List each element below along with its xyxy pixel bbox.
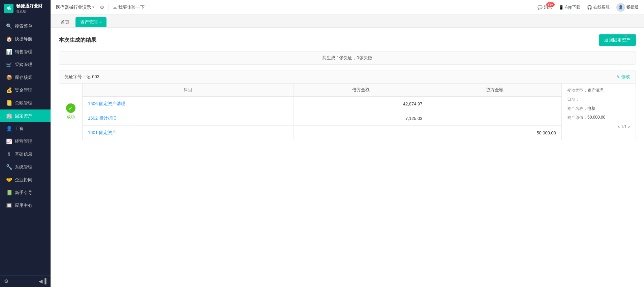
- voucher-card: 凭证字号：记-003 ✎ 修改 ✓ 成功: [59, 70, 636, 140]
- user-menu[interactable]: 👤 畅捷通: [616, 3, 639, 12]
- sidebar-item-fixed-assets[interactable]: 🏢 固定资产: [0, 109, 51, 122]
- app-center-icon: 🔲: [6, 202, 12, 209]
- app-logo: 畅: [4, 4, 13, 13]
- tab-home[interactable]: 首页: [56, 17, 74, 27]
- original-value-value: 50,000.00: [587, 115, 605, 121]
- settings-icon[interactable]: ⚙: [4, 278, 8, 284]
- sidebar-label-search: 搜索菜单: [15, 23, 32, 29]
- detail-change-type: 变动类型： 资产清理: [567, 88, 630, 93]
- table-row: 1602 累计折旧 7,125.03: [83, 111, 561, 126]
- guide-icon: 📗: [6, 190, 12, 196]
- expand-window-icon[interactable]: ⛶: [631, 33, 636, 39]
- window-controls: ✕ ⛶: [624, 33, 636, 39]
- edit-button[interactable]: ✎ 修改: [616, 74, 630, 80]
- cloud-icon: ☁: [113, 5, 117, 10]
- row-credit-1: [428, 111, 561, 126]
- close-window-icon[interactable]: ✕: [624, 33, 628, 39]
- sidebar-label-payroll: 工资: [15, 126, 24, 132]
- sidebar-item-enterprise[interactable]: 🤝 企业协同: [0, 173, 51, 186]
- sidebar-label-fixed-assets: 固定资产: [15, 113, 32, 119]
- success-icon: ✓: [66, 103, 75, 113]
- sidebar-label-system: 系统管理: [15, 164, 32, 170]
- username: 畅捷通: [626, 4, 639, 10]
- app-download-btn[interactable]: 📱 App下载: [559, 4, 580, 10]
- sidebar-label-inventory: 库存核算: [15, 74, 32, 81]
- change-type-value: 资产清理: [587, 88, 604, 93]
- voucher-body: ✓ 成功 科目 借方金额 贷方金额: [59, 84, 636, 140]
- sidebar-item-app-center[interactable]: 🔲 应用中心: [0, 199, 51, 212]
- sidebar-nav: 🔍 搜索菜单 🏠 快捷导航 📊 销售管理 🛒 采购管理 📦 库存核算 💰 资金管…: [0, 17, 51, 275]
- message-badge: 99+: [546, 2, 555, 7]
- sidebar-label-app-center: 应用中心: [15, 202, 32, 209]
- summary-bar: 共生成 1张凭证，0张失败: [59, 51, 636, 65]
- sidebar-item-sales[interactable]: 📊 销售管理: [0, 45, 51, 58]
- app-title: 畅捷通好业财 普及版: [16, 3, 42, 13]
- voucher-header: 凭证字号：记-003 ✎ 修改: [59, 70, 636, 84]
- topbar-right: 💬 消息 99+ 📱 App下载 🎧 在线客服 👤 畅捷通: [538, 3, 639, 12]
- row-debit-2: [294, 126, 428, 140]
- topbar: 医疗器械行业演示 ▾ ⚙ ☁ 我要体验一下 💬 消息 99+ 📱 App下载 🎧…: [51, 0, 644, 15]
- message-btn[interactable]: 💬 消息 99+: [538, 4, 552, 10]
- sidebar-label-purchase: 采购管理: [15, 62, 32, 68]
- tab-asset-management[interactable]: 资产管理 ×: [75, 17, 106, 27]
- customer-service-btn[interactable]: 🎧 在线客服: [587, 4, 610, 10]
- sidebar-item-quick-nav[interactable]: 🏠 快捷导航: [0, 33, 51, 45]
- sidebar-label-enterprise: 企业协同: [15, 177, 32, 183]
- experience-label: 我要体验一下: [118, 4, 145, 10]
- gear-icon[interactable]: ⚙: [100, 4, 104, 10]
- sidebar-item-finance[interactable]: 💰 资金管理: [0, 84, 51, 97]
- voucher-table-section: 科目 借方金额 贷方金额 1606 固定资产清理 42,874.97 1602 …: [83, 84, 561, 140]
- search-icon: 🔍: [6, 23, 12, 29]
- table-row: 1606 固定资产清理 42,874.97: [83, 97, 561, 111]
- app-download-label: App下载: [565, 4, 580, 10]
- sidebar-item-guide[interactable]: 📗 新手引导: [0, 186, 51, 199]
- sidebar-item-purchase[interactable]: 🛒 采购管理: [0, 58, 51, 71]
- customer-service-label: 在线客服: [593, 4, 610, 10]
- avatar: 👤: [616, 3, 625, 12]
- row-account-0: 1606 固定资产清理: [83, 97, 294, 111]
- purchase-icon: 🛒: [6, 62, 12, 68]
- payroll-icon: 👤: [6, 126, 12, 132]
- system-icon: 🔧: [6, 164, 12, 170]
- experience-btn[interactable]: ☁ 我要体验一下: [113, 4, 145, 10]
- tab-home-label: 首页: [61, 20, 69, 25]
- sidebar-item-operations[interactable]: 📈 经营管理: [0, 135, 51, 148]
- operations-icon: 📈: [6, 138, 12, 145]
- sidebar-label-sales: 销售管理: [15, 49, 32, 55]
- inventory-icon: 📦: [6, 74, 12, 81]
- sidebar-label-finance: 资金管理: [15, 87, 32, 93]
- col-header-account: 科目: [83, 84, 294, 97]
- sidebar-item-system[interactable]: 🔧 系统管理: [0, 161, 51, 173]
- status-column: ✓ 成功: [59, 84, 83, 140]
- page-title: 本次生成的结果: [59, 37, 96, 44]
- enterprise-icon: 🤝: [6, 177, 12, 183]
- sidebar-item-inventory[interactable]: 📦 库存核算: [0, 71, 51, 84]
- sidebar-item-basic-info[interactable]: ℹ 基础信息: [0, 148, 51, 161]
- date-label: 日期：: [567, 97, 587, 102]
- tab-close-icon[interactable]: ×: [100, 20, 102, 24]
- pagination[interactable]: < 1/1 >: [567, 125, 630, 129]
- collapse-icon[interactable]: ◀▐: [39, 278, 47, 284]
- sidebar-item-ledger[interactable]: 📒 总账管理: [0, 97, 51, 109]
- sidebar-label-guide: 新手引导: [15, 190, 32, 196]
- row-credit-2: 50,000.00: [428, 126, 561, 140]
- sidebar: 畅 畅捷通好业财 普及版 🔍 搜索菜单 🏠 快捷导航 📊 销售管理 🛒 采购管理…: [0, 0, 51, 287]
- asset-name-label: 资产名称：: [567, 106, 587, 111]
- sidebar-label-operations: 经营管理: [15, 138, 32, 145]
- row-debit-0: 42,874.97: [294, 97, 428, 111]
- detail-original-value: 资产原值： 50,000.00: [567, 115, 630, 121]
- sidebar-header: 畅 畅捷通好业财 普及版: [0, 0, 51, 17]
- table-row: 1601 固定资产 50,000.00: [83, 126, 561, 140]
- summary-text: 共生成 1张凭证，0张失败: [322, 55, 372, 60]
- sidebar-footer: ⚙ ◀▐: [0, 275, 51, 287]
- col-header-debit: 借方金额: [294, 84, 428, 97]
- row-credit-0: [428, 97, 561, 111]
- asset-name-value: 电脑: [587, 106, 595, 111]
- content-header: 本次生成的结果 返回固定资产: [59, 34, 636, 46]
- sidebar-item-payroll[interactable]: 👤 工资: [0, 122, 51, 135]
- company-selector[interactable]: 医疗器械行业演示 ▾: [56, 4, 94, 10]
- avatar-icon: 👤: [618, 5, 623, 9]
- sidebar-item-search[interactable]: 🔍 搜索菜单: [0, 20, 51, 33]
- message-icon: 💬: [538, 5, 543, 10]
- edit-label: 修改: [621, 74, 630, 80]
